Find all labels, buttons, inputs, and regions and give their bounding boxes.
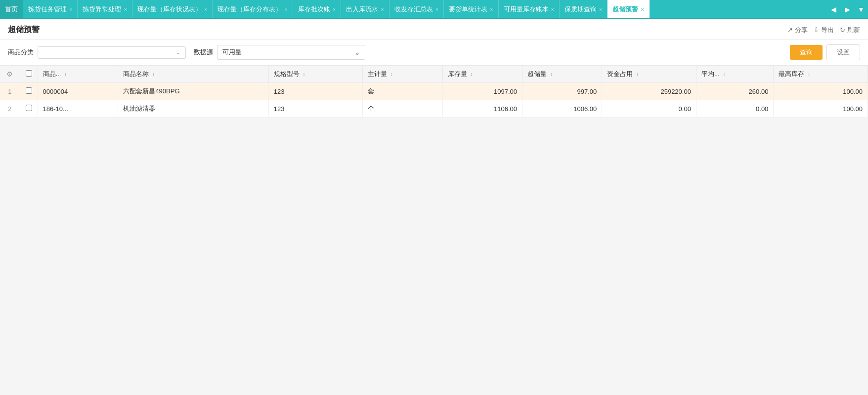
nav-next-button[interactable]: ▶	[840, 0, 854, 19]
cell-max-stock: 100.00	[774, 100, 868, 118]
cell-over-stock: 1006.00	[522, 100, 602, 118]
nav-label: 首页	[5, 5, 18, 14]
nav-label: 拣货异常处理	[83, 5, 121, 14]
sort-icon: ↕	[64, 72, 67, 77]
col-product-code[interactable]: 商品... ↕	[38, 66, 118, 83]
category-label: 商品分类	[8, 48, 34, 57]
col-max-stock[interactable]: 最高库存 ↕	[774, 66, 868, 83]
table-container: ⚙ 商品... ↕ 商品名称 ↕ 规格型号 ↕	[0, 65, 868, 118]
col-stock[interactable]: 库存量 ↕	[442, 66, 522, 83]
nav-item-stock-status[interactable]: 现存量（库存状况表） ×	[132, 0, 213, 19]
header-actions: ↗ 分享 ⇩ 导出 ↻ 刷新	[787, 26, 860, 35]
nav-label: 拣货任务管理	[28, 5, 67, 14]
nav-item-order-stat[interactable]: 要货单统计表 ×	[444, 0, 498, 19]
cell-product-name: 机油滤清器	[118, 100, 268, 118]
nav-item-available[interactable]: 可用量库存账本 ×	[499, 0, 560, 19]
nav-item-abnormal[interactable]: 拣货异常处理 ×	[78, 0, 132, 19]
table-row: 1 0000004 六配套新昌490BPG 123 套 1097.00 997.…	[0, 83, 868, 100]
col-settings[interactable]: ⚙	[0, 66, 20, 83]
sort-icon: ↕	[723, 72, 725, 77]
sort-icon: ↕	[636, 72, 639, 77]
row-checkbox[interactable]	[26, 105, 32, 111]
nav-label: 现存量（库存状况表）	[137, 5, 202, 14]
cell-capital: 259220.00	[602, 83, 696, 100]
close-icon[interactable]: ×	[284, 6, 287, 12]
cell-spec: 123	[268, 100, 363, 118]
nav-label: 保质期查询	[564, 5, 597, 14]
data-table: ⚙ 商品... ↕ 商品名称 ↕ 规格型号 ↕	[0, 65, 868, 118]
close-icon[interactable]: ×	[599, 6, 602, 12]
row-checkbox-cell[interactable]	[20, 100, 38, 118]
table-row: 2 186-10... 机油滤清器 123 个 1106.00 1006.00 …	[0, 100, 868, 118]
col-checkbox-header[interactable]	[20, 66, 38, 83]
sort-icon: ↕	[470, 72, 473, 77]
close-icon[interactable]: ×	[69, 6, 72, 12]
query-button[interactable]: 查询	[790, 45, 823, 60]
nav-arrows: ◀ ▶ ▼	[826, 0, 868, 19]
category-select[interactable]: ⌄	[38, 46, 186, 59]
nav-more-button[interactable]: ▼	[854, 0, 868, 19]
nav-item-stock-dist[interactable]: 现存量（库存分布表） ×	[213, 0, 293, 19]
row-checkbox[interactable]	[26, 87, 32, 94]
nav-item-home[interactable]: 首页	[0, 0, 23, 19]
filter-datasource-group: 数据源 可用量 ⌄	[194, 45, 365, 60]
nav-label: 要货单统计表	[449, 5, 487, 14]
close-icon[interactable]: ×	[641, 6, 644, 12]
col-capital[interactable]: 资金占用 ↕	[602, 66, 696, 83]
refresh-button[interactable]: ↻ 刷新	[840, 26, 860, 35]
top-nav: 首页 拣货任务管理 × 拣货异常处理 × 现存量（库存状况表） × 现存量（库存…	[0, 0, 868, 19]
datasource-label: 数据源	[194, 48, 213, 57]
sort-icon: ↕	[152, 72, 155, 77]
settings-button[interactable]: 设置	[826, 44, 860, 60]
close-icon[interactable]: ×	[333, 6, 336, 12]
cell-over-stock: 997.00	[522, 83, 602, 100]
close-icon[interactable]: ×	[435, 6, 438, 12]
col-avg[interactable]: 平均... ↕	[696, 66, 773, 83]
col-product-name[interactable]: 商品名称 ↕	[118, 66, 268, 83]
filter-row: 商品分类 ⌄ 数据源 可用量 ⌄ 查询 设置	[0, 40, 868, 65]
nav-label: 超储预警	[612, 5, 638, 14]
nav-item-batch[interactable]: 库存批次账 ×	[293, 0, 341, 19]
cell-product-code: 0000004	[38, 83, 118, 100]
nav-prev-button[interactable]: ◀	[826, 0, 840, 19]
datasource-select[interactable]: 可用量 ⌄	[217, 45, 365, 60]
nav-label: 可用量库存账本	[504, 5, 549, 14]
refresh-icon: ↻	[840, 26, 845, 34]
cell-avg: 0.00	[696, 100, 773, 118]
cell-spec: 123	[268, 83, 363, 100]
filter-category-group: 商品分类 ⌄	[8, 46, 186, 59]
page-container: 超储预警 ↗ 分享 ⇩ 导出 ↻ 刷新 商品分类 ⌄ 数据源	[0, 19, 868, 118]
table-body: 1 0000004 六配套新昌490BPG 123 套 1097.00 997.…	[0, 83, 868, 118]
datasource-value: 可用量	[222, 48, 242, 57]
nav-label: 收发存汇总表	[394, 5, 433, 14]
export-button[interactable]: ⇩ 导出	[814, 26, 834, 35]
close-icon[interactable]: ×	[124, 6, 127, 12]
close-icon[interactable]: ×	[551, 6, 554, 12]
row-number: 1	[0, 83, 20, 100]
filter-right-actions: 查询 设置	[790, 44, 860, 60]
gear-icon[interactable]: ⚙	[6, 70, 13, 78]
row-checkbox-cell[interactable]	[20, 83, 38, 100]
nav-item-task[interactable]: 拣货任务管理 ×	[23, 0, 78, 19]
col-over-stock[interactable]: 超储量 ↕	[522, 66, 602, 83]
nav-item-flow[interactable]: 出入库流水 ×	[341, 0, 389, 19]
col-unit[interactable]: 主计量 ↕	[363, 66, 442, 83]
nav-label: 库存批次账	[298, 5, 330, 14]
cell-product-name: 六配套新昌490BPG	[118, 83, 268, 100]
nav-label: 现存量（库存分布表）	[217, 5, 282, 14]
sort-icon: ↕	[391, 72, 393, 77]
share-button[interactable]: ↗ 分享	[787, 26, 808, 35]
close-icon[interactable]: ×	[381, 6, 384, 12]
nav-item-expiry[interactable]: 保质期查询 ×	[560, 0, 608, 19]
select-all-checkbox[interactable]	[26, 70, 32, 77]
close-icon[interactable]: ×	[204, 6, 207, 12]
close-icon[interactable]: ×	[490, 6, 493, 12]
cell-stock: 1106.00	[442, 100, 522, 118]
nav-item-overstock[interactable]: 超储预警 ×	[608, 0, 649, 19]
page-title: 超储预警	[8, 25, 40, 35]
chevron-down-icon: ⌄	[354, 49, 360, 56]
row-number: 2	[0, 100, 20, 118]
cell-capital: 0.00	[602, 100, 696, 118]
col-spec[interactable]: 规格型号 ↕	[268, 66, 363, 83]
nav-item-summary[interactable]: 收发存汇总表 ×	[390, 0, 444, 19]
